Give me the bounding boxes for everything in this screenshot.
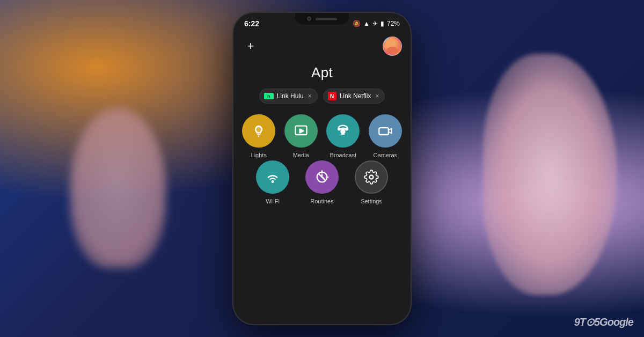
chip-netflix-close[interactable]: × <box>375 92 379 100</box>
watermark: 9T⊙5Google <box>574 316 633 328</box>
lights-icon-circle <box>242 114 275 148</box>
wifi-label: Wi-Fi <box>266 198 280 204</box>
battery-icon: ▮ <box>380 20 384 27</box>
chip-hulu[interactable]: h Link Hulu × <box>259 89 318 104</box>
mute-icon: 🔕 <box>353 20 361 27</box>
watermark-text: 9T⊙5Google <box>574 316 633 328</box>
hand-left <box>70 107 166 268</box>
media-label: Media <box>293 152 309 158</box>
cameras-item[interactable]: Cameras <box>367 114 405 158</box>
lightbulb-icon <box>251 123 266 138</box>
routines-icon <box>314 170 330 185</box>
front-camera <box>307 17 311 21</box>
avatar-svg <box>384 36 401 56</box>
phone-screen: 6:22 🔕 ▲ ✈ ▮ 72% + <box>233 13 411 324</box>
chip-netflix-label: Link Netflix <box>340 92 371 100</box>
broadcast-item[interactable]: Broadcast <box>324 114 362 158</box>
status-icons: 🔕 ▲ ✈ ▮ 72% <box>353 20 400 27</box>
chip-hulu-close[interactable]: × <box>308 92 312 100</box>
broadcast-icon-circle <box>326 114 360 148</box>
home-title: Apt <box>233 64 411 81</box>
wifi-icon <box>265 170 280 185</box>
broadcast-label: Broadcast <box>330 152 356 158</box>
icons-grid-row1: Lights Media <box>233 114 411 158</box>
wifi-icon: ▲ <box>363 20 370 27</box>
hand-right <box>483 54 617 295</box>
svg-point-6 <box>346 128 348 130</box>
svg-point-8 <box>342 128 345 131</box>
broadcast-icon <box>335 123 350 138</box>
routines-icon-circle <box>305 160 339 194</box>
chip-hulu-label: Link Hulu <box>277 92 304 100</box>
svg-point-10 <box>272 181 273 182</box>
phone-device: 6:22 🔕 ▲ ✈ ▮ 72% + <box>233 13 411 324</box>
top-bar: + <box>233 34 411 60</box>
avatar-image <box>384 38 401 55</box>
battery-percent: 72% <box>387 20 400 27</box>
media-icon-circle <box>284 114 318 148</box>
status-time: 6:22 <box>244 19 259 28</box>
wifi-icon-circle <box>256 160 289 194</box>
camera-icon <box>378 123 393 138</box>
phone-content: + Apt <box>233 30 411 324</box>
cameras-icon-circle <box>369 114 402 148</box>
phone-notch <box>295 13 349 25</box>
play-icon <box>294 123 309 138</box>
svg-marker-4 <box>299 129 303 133</box>
svg-point-7 <box>339 128 341 130</box>
avatar[interactable] <box>383 36 402 56</box>
settings-icon-circle <box>355 160 388 194</box>
cameras-label: Cameras <box>373 152 397 158</box>
wifi-item[interactable]: Wi-Fi <box>256 160 289 204</box>
scene: 6:22 🔕 ▲ ✈ ▮ 72% + <box>0 0 644 337</box>
routines-label: Routines <box>310 198 333 204</box>
add-button[interactable]: + <box>242 38 259 55</box>
svg-point-15 <box>370 175 374 179</box>
settings-icon <box>364 170 379 185</box>
icons-grid-row2: Wi-Fi <box>233 160 411 204</box>
svg-point-0 <box>389 40 396 47</box>
chips-row: h Link Hulu × N Link Netflix × <box>233 89 411 104</box>
settings-item[interactable]: Settings <box>355 160 388 204</box>
svg-point-1 <box>386 47 398 55</box>
svg-rect-9 <box>379 128 389 135</box>
netflix-logo: N <box>328 92 336 100</box>
routines-item[interactable]: Routines <box>305 160 339 204</box>
media-item[interactable]: Media <box>282 114 320 158</box>
hulu-logo: h <box>264 93 274 99</box>
speaker <box>316 18 337 20</box>
chip-netflix[interactable]: N Link Netflix × <box>323 89 385 104</box>
lights-label: Lights <box>251 152 267 158</box>
lights-item[interactable]: Lights <box>240 114 278 158</box>
airplane-icon: ✈ <box>372 20 378 27</box>
settings-label: Settings <box>361 198 382 204</box>
